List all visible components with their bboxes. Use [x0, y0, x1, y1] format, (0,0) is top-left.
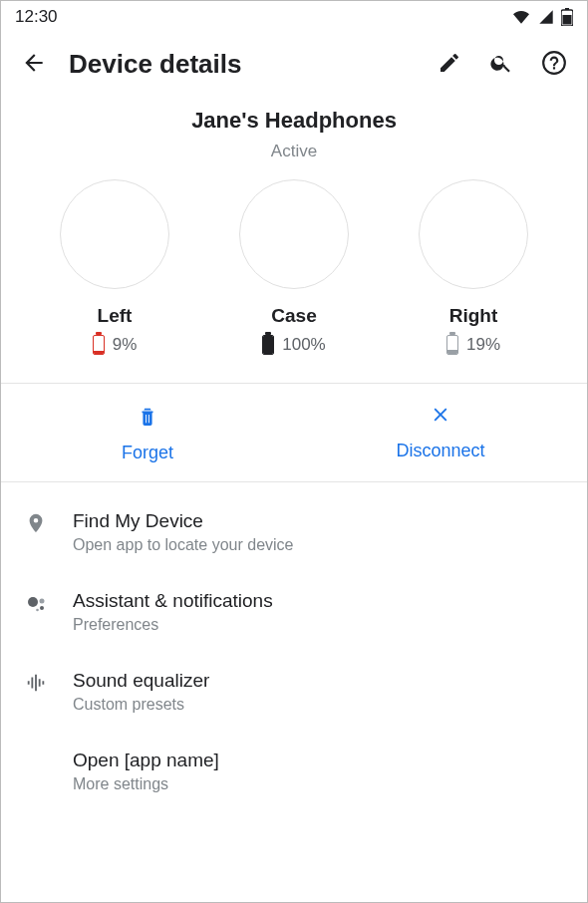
- cell-signal-icon: [537, 9, 555, 25]
- battery-right: Right 19%: [404, 179, 543, 355]
- battery-case: Case 100%: [224, 179, 364, 355]
- battery-low-icon: [93, 335, 105, 355]
- settings-sub: More settings: [73, 775, 219, 793]
- battery-full-icon: [262, 335, 274, 355]
- settings-item-equalizer[interactable]: Sound equalizer Custom presets: [1, 652, 587, 732]
- settings-item-find-device[interactable]: Find My Device Open app to locate your d…: [1, 492, 587, 572]
- battery-left-label: Left: [98, 305, 133, 327]
- battery-case-label: Case: [271, 305, 316, 327]
- svg-rect-2: [563, 15, 572, 25]
- device-name: Jane's Headphones: [1, 108, 587, 134]
- status-bar: 12:30: [1, 1, 587, 31]
- device-actions-bar: Forget Disconnect: [1, 383, 587, 482]
- back-button[interactable]: [21, 50, 47, 80]
- battery-mid-icon: [446, 335, 458, 355]
- svg-point-4: [28, 597, 38, 607]
- svg-point-3: [543, 52, 565, 74]
- settings-title: Sound equalizer: [73, 670, 209, 692]
- battery-left: Left 9%: [45, 179, 184, 355]
- earbud-right-image: [419, 179, 528, 289]
- close-icon: [430, 404, 451, 441]
- settings-title: Find My Device: [73, 510, 293, 532]
- svg-point-5: [40, 599, 45, 604]
- app-bar: Device details: [1, 31, 587, 98]
- settings-title: Open [app name]: [73, 750, 219, 771]
- disconnect-label: Disconnect: [396, 441, 484, 461]
- settings-sub: Preferences: [73, 616, 273, 634]
- settings-sub: Open app to locate your device: [73, 536, 293, 554]
- app-icon: [25, 750, 73, 752]
- edit-icon[interactable]: [438, 51, 461, 79]
- case-image: [239, 179, 349, 289]
- status-indicators: [511, 8, 573, 26]
- equalizer-icon: [25, 670, 73, 694]
- settings-item-open-app[interactable]: Open [app name] More settings: [1, 732, 587, 811]
- battery-case-pct: 100%: [282, 335, 325, 355]
- settings-item-assistant[interactable]: Assistant & notifications Preferences: [1, 572, 587, 652]
- location-pin-icon: [25, 510, 73, 534]
- page-title: Device details: [69, 49, 438, 80]
- assistant-icon: [25, 590, 73, 616]
- settings-sub: Custom presets: [73, 696, 209, 714]
- trash-icon: [137, 404, 158, 443]
- battery-left-pct-row: 9%: [93, 335, 138, 355]
- battery-case-pct-row: 100%: [262, 335, 325, 355]
- search-icon[interactable]: [489, 51, 513, 79]
- app-bar-actions: [438, 50, 567, 80]
- svg-rect-1: [565, 8, 569, 10]
- battery-row: Left 9% Case 100% Right 19%: [1, 179, 587, 355]
- settings-list: Find My Device Open app to locate your d…: [1, 482, 587, 821]
- help-icon[interactable]: [541, 50, 567, 80]
- disconnect-button[interactable]: Disconnect: [294, 384, 587, 481]
- forget-label: Forget: [122, 443, 173, 463]
- svg-point-7: [36, 609, 39, 612]
- status-time: 12:30: [15, 7, 58, 27]
- wifi-icon: [511, 9, 531, 25]
- settings-title: Assistant & notifications: [73, 590, 273, 612]
- battery-status-icon: [561, 8, 573, 26]
- svg-point-6: [40, 606, 44, 610]
- battery-right-pct: 19%: [466, 335, 500, 355]
- battery-right-pct-row: 19%: [446, 335, 500, 355]
- device-status: Active: [1, 142, 587, 161]
- battery-right-label: Right: [449, 305, 498, 327]
- earbud-left-image: [60, 179, 169, 289]
- battery-left-pct: 9%: [113, 335, 138, 355]
- forget-button[interactable]: Forget: [1, 384, 294, 481]
